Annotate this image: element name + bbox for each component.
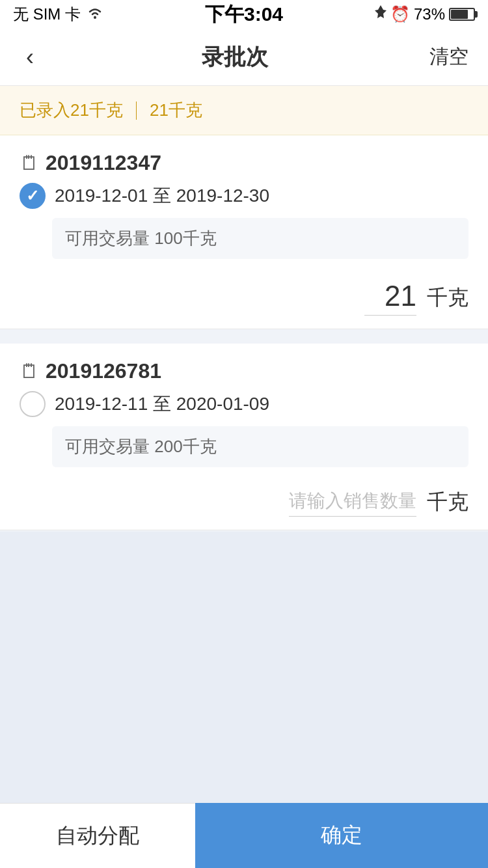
bottom-space (0, 532, 488, 831)
svg-point-0 (94, 16, 96, 19)
page-title: 录批次 (202, 42, 268, 72)
info-banner: 已录入21千克 21千克 (0, 86, 488, 135)
banner-divider (136, 102, 137, 120)
batch-1-header: 🗒 2019112347 (0, 135, 488, 180)
batch-2-qty-row: 请输入销售数量 千克 (0, 478, 488, 530)
status-left: 无 SIM 卡 (13, 4, 104, 25)
batch-2-radio[interactable] (20, 391, 46, 417)
batch-2-available-qty: 可用交易量 200千克 (52, 426, 468, 467)
battery-icon (449, 8, 475, 21)
clear-button[interactable]: 清空 (429, 44, 468, 70)
section-separator-1 (0, 331, 488, 344)
location-icon (375, 5, 386, 23)
batch-1-date-row[interactable]: 2019-12-01 至 2019-12-30 (0, 180, 488, 211)
back-button[interactable]: ‹ (20, 37, 40, 77)
alarm-icon: ⏰ (390, 5, 410, 23)
wifi-icon (86, 5, 104, 23)
bottom-bar: 自动分配 确定 (0, 803, 488, 868)
batch-2-date-row[interactable]: 2019-12-11 至 2020-01-09 (0, 388, 488, 420)
batch-1-available-qty: 可用交易量 100千克 (52, 218, 468, 259)
battery-percent: 73% (414, 5, 445, 23)
status-bar: 无 SIM 卡 下午3:04 ⏰ 73% (0, 0, 488, 29)
auto-distribute-button[interactable]: 自动分配 (0, 803, 195, 868)
batch-1-date: 2019-12-01 至 2019-12-30 (55, 183, 269, 208)
status-right: ⏰ 73% (375, 5, 475, 23)
batch-2-doc-icon: 🗒 (20, 360, 39, 383)
batch-2-qty-placeholder[interactable]: 请输入销售数量 (289, 489, 416, 517)
batch-2-number: 2019126781 (46, 359, 161, 383)
batch-1-qty-row: 21 千克 (0, 269, 488, 329)
batch-2-unit: 千克 (427, 488, 468, 517)
confirm-button[interactable]: 确定 (195, 803, 488, 868)
batch-1-unit: 千克 (427, 284, 468, 312)
recorded-amount-value: 21千克 (150, 99, 202, 122)
batch-1-number: 2019112347 (46, 151, 161, 175)
batch-1-qty-value[interactable]: 21 (364, 280, 416, 316)
batch-1-radio[interactable] (20, 183, 46, 209)
batch-item-2: 🗒 2019126781 2019-12-11 至 2020-01-09 可用交… (0, 344, 488, 530)
recorded-amount-label: 已录入21千克 (20, 99, 123, 122)
batch-2-date: 2019-12-11 至 2020-01-09 (55, 392, 269, 416)
nav-bar: ‹ 录批次 清空 (0, 29, 488, 86)
sim-indicator: 无 SIM 卡 (13, 4, 81, 25)
batch-1-doc-icon: 🗒 (20, 152, 39, 174)
batch-2-header: 🗒 2019126781 (0, 344, 488, 388)
status-time: 下午3:04 (205, 1, 283, 28)
batch-item-1: 🗒 2019112347 2019-12-01 至 2019-12-30 可用交… (0, 135, 488, 329)
